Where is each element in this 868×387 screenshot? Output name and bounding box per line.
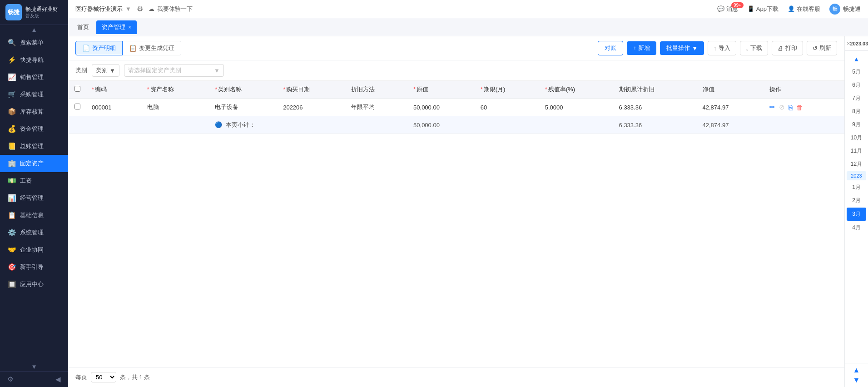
avatar: 畅: [829, 4, 840, 15]
subtotal-label: 本页小计：: [226, 121, 255, 128]
table-row: 000001 电脑 电子设备 202206 年限平均 50,000.00 60 …: [68, 99, 844, 116]
col-accumulated: 期初累计折旧: [614, 81, 697, 99]
account-button[interactable]: 对账: [598, 41, 623, 55]
tab-asset-detail[interactable]: 📄 资产明细: [75, 41, 123, 55]
checkbox-header[interactable]: [68, 81, 86, 99]
pagination-total: 条，共 1 条: [120, 373, 150, 382]
tab-change-voucher[interactable]: 📋 变更生成凭证: [123, 41, 181, 55]
month-2[interactable]: 2月: [845, 194, 868, 207]
filter-category-label: 类别: [75, 66, 87, 74]
salary-icon: 💵: [7, 177, 16, 185]
edit-button[interactable]: ✏: [769, 103, 775, 111]
delete-button[interactable]: 🗑: [796, 104, 803, 111]
company-selector[interactable]: 医疗器械行业演示 ▼: [75, 5, 131, 13]
topbar-settings-icon[interactable]: ⚙: [137, 5, 143, 13]
col-depreciation: 折旧方法: [346, 81, 408, 99]
sidebar-item-label: 资金管理: [20, 125, 44, 133]
month-10[interactable]: 10月: [845, 131, 868, 144]
sidebar-item-label: 经营管理: [20, 194, 44, 202]
month-5[interactable]: 5月: [845, 65, 868, 79]
logo-name: 畅捷通好业财: [25, 5, 58, 13]
sidebar-item-fixedasset[interactable]: 🏢 固定资产: [0, 155, 68, 172]
sidebar-item-purchase[interactable]: 🛒 采购管理: [0, 86, 68, 103]
sidebar-item-system[interactable]: ⚙️ 系统管理: [0, 224, 68, 241]
collapse-icon[interactable]: ◀: [55, 375, 61, 383]
row-checkbox-cell[interactable]: [68, 99, 86, 116]
sidebar-item-search[interactable]: 🔍 搜索菜单: [0, 34, 68, 51]
month-1[interactable]: 1月: [845, 181, 868, 194]
category-input[interactable]: 请选择固定资产类别 ▼: [124, 64, 224, 77]
side-panel-down-icon[interactable]: ▼: [853, 376, 860, 384]
sidebar-item-label: 基础信息: [20, 211, 44, 219]
sidebar-scroll-down[interactable]: ▼: [0, 362, 68, 371]
sidebar-item-label: 库存核算: [20, 108, 44, 116]
tab-close-icon[interactable]: ×: [128, 24, 131, 30]
service-button[interactable]: 👤 在线客服: [788, 5, 820, 13]
per-page-select[interactable]: 50 100: [91, 372, 116, 382]
message-button[interactable]: 💬 消息 99+: [717, 5, 738, 13]
sidebar-item-ops[interactable]: 📊 经营管理: [0, 189, 68, 207]
sidebar-item-label: 工资: [20, 177, 32, 185]
batch-arrow-icon: ▼: [692, 45, 698, 52]
month-7[interactable]: 7月: [845, 92, 868, 105]
account-label: 对账: [605, 44, 616, 52]
company-arrow-icon: ▼: [125, 5, 131, 12]
appcenter-icon: 🔲: [7, 280, 16, 288]
topbar-left: 医疗器械行业演示 ▼ ⚙ ☁ 我要体验一下: [75, 5, 193, 13]
sidebar-item-sales[interactable]: 📈 销售管理: [0, 69, 68, 86]
sidebar-logo: 畅捷 畅捷通好业财 普及版: [0, 0, 68, 25]
download-button[interactable]: ↓ 下载: [740, 41, 769, 55]
month-9[interactable]: 9月: [845, 118, 868, 131]
row-checkbox[interactable]: [74, 104, 80, 109]
tab-asset-management[interactable]: 资产管理 ×: [96, 20, 137, 34]
month-12[interactable]: 12月: [845, 158, 868, 171]
copy-button[interactable]: ⎘: [789, 104, 793, 111]
asset-table: *编码 *资产名称 *类别名称 *购买日期 折旧方法 *原值 *期限(月) *残…: [68, 81, 844, 134]
new-button[interactable]: + 新增: [627, 41, 656, 55]
new-label: + 新增: [633, 45, 650, 51]
tab-home[interactable]: 首页: [72, 20, 94, 34]
month-nav-up[interactable]: ▲: [845, 53, 868, 65]
sidebar-item-appcenter[interactable]: 🔲 应用中心: [0, 276, 68, 293]
subtotal-empty2: [86, 116, 142, 134]
side-panel-close-icon[interactable]: ×: [847, 40, 850, 47]
category-type-value: 类别: [96, 66, 108, 74]
app-download-label: App下载: [756, 5, 779, 13]
toolbar-left: 📄 资产明细 📋 变更生成凭证: [75, 41, 181, 55]
sidebar-item-fund[interactable]: 💰 资金管理: [0, 120, 68, 138]
subtotal-icon: 🔵: [215, 121, 222, 128]
disable-button[interactable]: ⊘: [779, 103, 785, 111]
refresh-button[interactable]: ↺ 刷新: [807, 41, 837, 55]
quicknav-icon: ⚡: [7, 56, 16, 64]
sidebar-item-quicknav[interactable]: ⚡ 快捷导航: [0, 51, 68, 69]
sidebar-item-collab[interactable]: 🤝 企业协同: [0, 241, 68, 258]
sidebar-scroll-up[interactable]: ▲: [0, 25, 68, 34]
sidebar-item-guide[interactable]: 🎯 新手引导: [0, 258, 68, 276]
month-3-current[interactable]: 3月: [847, 208, 866, 221]
toolbar-right: 对账 + 新增 批量操作 ▼ ↑ 导入 ↓ 下载: [598, 41, 837, 55]
sidebar-item-inventory[interactable]: 📦 库存核算: [0, 103, 68, 120]
sidebar-nav: 🔍 搜索菜单 ⚡ 快捷导航 📈 销售管理 🛒 采购管理 📦 库存核算 💰 资金管…: [0, 34, 68, 362]
inventory-icon: 📦: [7, 108, 16, 116]
user-menu[interactable]: 畅 畅捷通: [829, 4, 861, 15]
batch-button[interactable]: 批量操作 ▼: [660, 41, 704, 55]
app-download-button[interactable]: 📱 App下载: [747, 5, 779, 13]
sidebar-item-basic[interactable]: 📋 基础信息: [0, 207, 68, 224]
month-8[interactable]: 8月: [845, 105, 868, 118]
asset-detail-icon: 📄: [82, 45, 90, 52]
import-button[interactable]: ↑ 导入: [708, 41, 736, 55]
sidebar-item-ledger[interactable]: 📒 总账管理: [0, 138, 68, 155]
experience-link[interactable]: ☁ 我要体验一下: [149, 5, 193, 13]
category-type-select[interactable]: 类别 ▼: [92, 64, 119, 77]
print-button[interactable]: 🖨 打印: [772, 41, 803, 55]
cell-name: 电脑: [142, 99, 210, 116]
category-type-arrow: ▼: [109, 67, 115, 74]
month-4[interactable]: 4月: [845, 221, 868, 234]
logo-edition: 普及版: [25, 13, 58, 19]
settings-bottom-icon[interactable]: ⚙: [7, 375, 13, 383]
month-6[interactable]: 6月: [845, 79, 868, 92]
side-panel-up-icon[interactable]: ▲: [853, 366, 860, 374]
month-11[interactable]: 11月: [845, 144, 868, 158]
sidebar-item-salary[interactable]: 💵 工资: [0, 172, 68, 189]
select-all-checkbox[interactable]: [74, 86, 80, 92]
